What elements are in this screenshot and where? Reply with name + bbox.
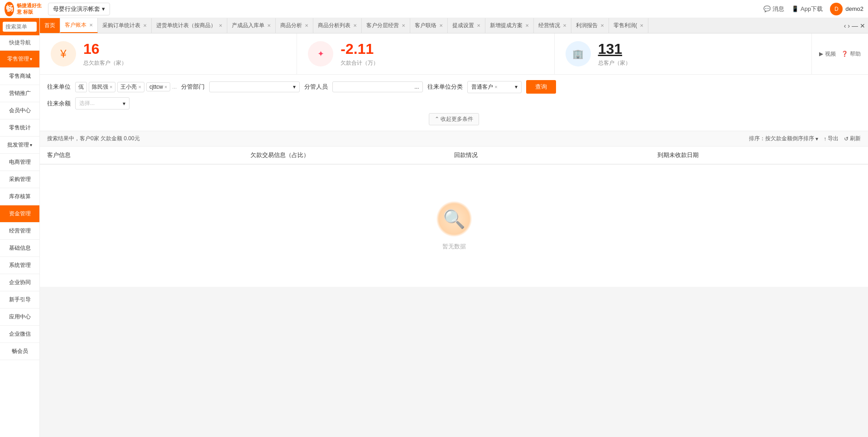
tab-new-promotion-close[interactable]: ✕ [525,23,529,28]
filter-dept-select[interactable]: ▾ [209,81,300,92]
search-button[interactable]: 查询 [526,80,556,94]
category-tag-remove[interactable]: × [494,84,497,90]
message-button[interactable]: 💬 消息 [763,5,784,13]
stats-bar: ¥ 16 总欠款客户（家） ✦ -2.11 欠款合计（万） 🏢 131 总客户（… [40,33,868,75]
tab-customer-account-close[interactable]: ✕ [89,23,93,28]
filter-more-units[interactable]: ... [172,84,177,90]
sidebar-item-member-center[interactable]: 会员中心 [0,102,39,119]
tab-customer-segmentation-label: 客户分层经营 [366,22,399,29]
tab-stock-stats-close[interactable]: ✕ [219,23,222,28]
credit-customers-label: 总欠款客户（家） [83,59,127,67]
dept-arrow: ▾ [293,84,296,90]
store-selector[interactable]: 母婴行业演示帐套 ▾ [48,3,110,15]
header-left: 畅 畅捷通好生意 标版 母婴行业演示帐套 ▾ [5,2,110,16]
search-input[interactable] [3,22,37,32]
sidebar-item-vip[interactable]: 畅会员 [0,343,39,360]
filter-person-input[interactable]: ... [332,81,423,92]
sidebar-item-wholesale-mgmt[interactable]: 批发管理 ▾ [0,137,39,154]
tab-profit-report-close[interactable]: ✕ [600,23,604,28]
sidebar-item-retail-mgmt[interactable]: 零售管理 ▾ [0,51,39,68]
tag-jia-text: 佤 [78,83,84,91]
tag-chen-remove[interactable]: × [110,84,112,90]
tag-cjttcw-remove[interactable]: × [164,84,167,90]
app-center-label: 应用中心 [9,314,31,320]
system-mgmt-label: 系统管理 [9,262,31,268]
tab-product-analysis-list-close[interactable]: ✕ [353,23,357,28]
video-icon: ▶ [819,51,823,57]
sidebar-item-marketing[interactable]: 营销推广 [0,85,39,102]
sidebar-item-system-mgmt[interactable]: 系统管理 [0,257,39,274]
sidebar-item-business-mgmt[interactable]: 经营管理 [0,223,39,240]
tag-wang-remove[interactable]: × [138,84,141,90]
logo-icon: 畅 [5,2,14,16]
tab-product-inbound-close[interactable]: ✕ [267,23,271,28]
sidebar-item-beginner[interactable]: 新手引导 [0,291,39,309]
tab-promotion-settings-close[interactable]: ✕ [477,23,480,28]
sort-select[interactable]: 排序：按欠款金额倒序排序 ▾ [749,135,818,142]
tab-product-analysis-close[interactable]: ✕ [305,23,308,28]
tab-customer-contact-label: 客户联络 [415,22,436,29]
retail-stats-label: 零售统计 [9,124,31,131]
sidebar-item-wechat[interactable]: 企业微信 [0,326,39,343]
tab-new-promotion[interactable]: 新增提成方案 ✕ [485,18,534,33]
tab-product-analysis[interactable]: 商品分析 ✕ [276,18,313,33]
total-customers-text: 131 总客户（家） [598,41,631,67]
sidebar-item-inventory[interactable]: 库存核算 [0,188,39,205]
filter-balance-select[interactable]: 选择... ▾ [75,97,129,109]
tab-minimize-button[interactable]: — [852,22,858,29]
purchase-mgmt-label: 采购管理 [9,176,31,182]
sidebar-quick-nav[interactable]: 快捷导航 [0,35,39,51]
help-action[interactable]: ❓ 帮助 [841,50,861,58]
tab-business-status-close[interactable]: ✕ [563,23,566,28]
filter-tag-category: 普通客户 × [471,83,497,91]
filter-area: 往来单位 佤 陈民强 × 王小亮 × cjttcw × ... [40,75,868,131]
sidebar-item-purchase-mgmt[interactable]: 采购管理 [0,171,39,188]
refresh-button[interactable]: ↺ 刷新 [844,135,861,142]
tab-customer-account[interactable]: 客户账本 ✕ [60,18,98,33]
sidebar-item-retail-stats[interactable]: 零售统计 [0,119,39,137]
tab-customer-contact-close[interactable]: ✕ [439,23,443,28]
filter-category-select[interactable]: 普通客户 × ▾ [467,81,522,93]
tab-promotion-settings[interactable]: 提成设置 ✕ [448,18,485,33]
user-area[interactable]: D demo2 [830,3,863,15]
table-header: 客户信息 欠款交易信息（占比） 回款情况 到期未收款日期 [40,147,868,165]
tab-business-status[interactable]: 经营情况 ✕ [534,18,571,33]
tab-product-analysis-list[interactable]: 商品分析列表 ✕ [313,18,362,33]
sidebar-item-retail-mall[interactable]: 零售商城 [0,68,39,85]
filter-row-1: 往来单位 佤 陈民强 × 王小亮 × cjttcw × ... [47,80,861,94]
tab-purchase-order[interactable]: 采购订单统计表 ✕ [98,18,152,33]
tab-product-inbound[interactable]: 产成品入库单 ✕ [227,18,276,33]
tab-profit-report-label: 利润报告 [576,22,598,29]
credit-customers-icon: ¥ [51,41,76,66]
logo-text: 畅捷通好生意 标版 [17,3,44,14]
tab-purchase-order-close[interactable]: ✕ [143,23,147,28]
tab-next-button[interactable]: › [848,22,850,29]
tab-close-all-button[interactable]: ✕ [860,22,865,29]
tab-prev-button[interactable]: ‹ [844,22,846,29]
sidebar-item-finance-mgmt[interactable]: 资金管理 [0,205,39,223]
video-action[interactable]: ▶ 视频 [819,50,836,58]
empty-state: 🔍 暂无数据 [40,165,868,287]
filter-tag-group-units: 佤 陈民强 × 王小亮 × cjttcw × ... [75,82,177,92]
tab-home-label: 首页 [44,22,55,29]
export-button[interactable]: ↑ 导出 [824,135,839,142]
sidebar-item-basic-info[interactable]: 基础信息 [0,240,39,257]
empty-icon: 🔍 [436,201,472,237]
tab-retail-profit[interactable]: 零售利润( ✕ [609,18,648,33]
tab-stock-stats[interactable]: 进货单统计表（按商品） ✕ [152,18,227,33]
sidebar-item-ecommerce-mgmt[interactable]: 电商管理 [0,154,39,171]
tab-profit-report[interactable]: 利润报告 ✕ [571,18,609,33]
collapse-label: ⌃ 收起更多条件 [435,115,473,123]
beginner-label: 新手引导 [9,296,31,303]
tab-home[interactable]: 首页 [40,18,60,33]
tab-customer-contact[interactable]: 客户联络 ✕ [410,18,448,33]
store-name: 母婴行业演示帐套 [53,5,100,13]
tab-retail-profit-close[interactable]: ✕ [640,23,643,28]
sidebar-item-enterprise[interactable]: 企业协同 [0,274,39,291]
collapse-filter-button[interactable]: ⌃ 收起更多条件 [429,113,479,125]
sidebar-item-app-center[interactable]: 应用中心 [0,309,39,326]
app-download-button[interactable]: 📱 App下载 [791,5,823,13]
total-customers-icon: 🏢 [566,41,591,66]
tab-customer-segmentation[interactable]: 客户分层经营 ✕ [362,18,410,33]
tab-customer-segmentation-close[interactable]: ✕ [402,23,405,28]
